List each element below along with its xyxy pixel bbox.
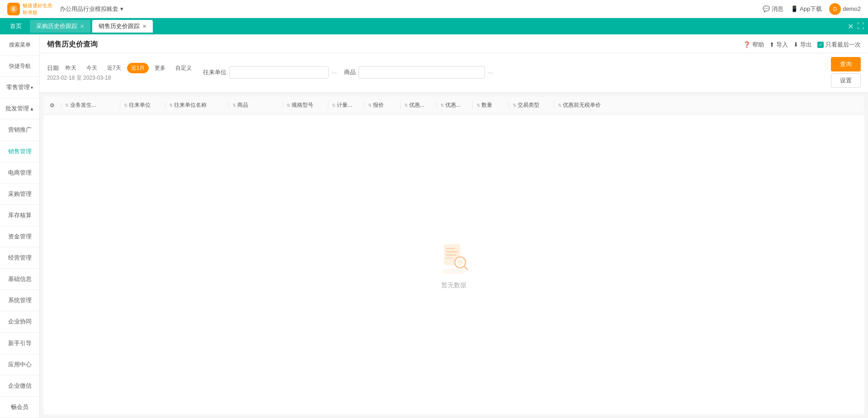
svg-rect-5 [446, 251, 458, 252]
th-measure[interactable]: ⇅ 计量... [328, 101, 364, 109]
svg-rect-4 [446, 248, 455, 249]
sidebar-item-system[interactable]: 系统管理 [0, 290, 39, 311]
date-btn-1month[interactable]: 近1月 [127, 63, 149, 73]
th-spec[interactable]: ⇅ 规格型号 [283, 101, 328, 109]
message-button[interactable]: 💬 消息 [763, 5, 783, 13]
svg-point-2 [441, 269, 467, 274]
logo-icon: 6 [7, 3, 20, 15]
sort-spec-icon: ⇅ [287, 103, 290, 108]
svg-rect-7 [446, 257, 453, 259]
th-unit-name[interactable]: ⇅ 往来单位名称 [165, 101, 229, 109]
sidebar-item-ecommerce[interactable]: 电商管理 [0, 162, 39, 184]
sort-qty-icon: ⇅ [476, 103, 480, 108]
th-unit-code[interactable]: ⇅ 往来单位 [120, 101, 165, 109]
export-button[interactable]: ⬇ 导出 [793, 41, 812, 49]
app-download-button[interactable]: 📱 App下载 [791, 5, 822, 13]
th-type[interactable]: ⇅ 交易类型 [509, 101, 554, 109]
settings-button[interactable]: 设置 [831, 73, 861, 88]
th-qty[interactable]: ⇅ 数量 [473, 101, 509, 109]
app-name: 办公用品行业模拟账套 [60, 5, 118, 13]
unit-filter-dots[interactable]: ··· [331, 69, 337, 76]
sidebar-item-search[interactable]: 搜索菜单 [0, 34, 39, 56]
date-btn-custom[interactable]: 自定义 [171, 63, 196, 73]
tab-purchase-history[interactable]: 采购历史价跟踪 ✕ [30, 20, 90, 33]
sidebar-item-inventory[interactable]: 库存核算 [0, 205, 39, 226]
th-settings[interactable]: ⚙ [43, 102, 61, 109]
tab-sales-history[interactable]: 销售历史价跟踪 ✕ [92, 20, 153, 33]
sidebar-item-purchase[interactable]: 采购管理 [0, 184, 39, 205]
maximize-icon[interactable]: ⛶ [857, 22, 864, 30]
sidebar-item-basic-info[interactable]: 基础信息 [0, 269, 39, 290]
help-button[interactable]: ❓ 帮助 [743, 41, 764, 49]
th-quote[interactable]: ⇅ 报价 [364, 101, 401, 109]
product-filter-label: 商品 [344, 68, 356, 76]
import-button[interactable]: ⬆ 导入 [769, 41, 788, 49]
table-body-empty: 暂无数据 [43, 114, 864, 414]
unit-filter-label: 往来单位 [203, 68, 226, 76]
sidebar-item-wholesale[interactable]: 批发管理 ▲ [0, 98, 39, 119]
sidebar-item-sales-mgmt[interactable]: 销售管理 [0, 141, 39, 162]
date-btn-today[interactable]: 今天 [82, 63, 101, 73]
close-purchase-tab-icon[interactable]: ✕ [80, 24, 84, 29]
date-filter-item: 日期 昨天 今天 近7天 近1月 更多 自定义 [47, 63, 196, 73]
tab-home[interactable]: 首页 [4, 20, 28, 33]
date-btn-yesterday[interactable]: 昨天 [61, 63, 80, 73]
message-icon: 💬 [763, 5, 770, 12]
svg-text:6: 6 [12, 7, 15, 12]
th-notax-price[interactable]: ⇅ 优惠前无税单价 [554, 101, 864, 109]
close-sales-tab-icon[interactable]: ✕ [142, 24, 146, 29]
date-btn-7days[interactable]: 近7天 [103, 63, 125, 73]
query-button[interactable]: 查询 [831, 57, 861, 71]
sidebar-item-retail[interactable]: 零售管理 ▾ [0, 77, 39, 98]
sort-measure-icon: ⇅ [332, 103, 335, 108]
avatar: D [829, 3, 841, 15]
chevron-down-icon: ▾ [120, 5, 123, 12]
th-discount1[interactable]: ⇅ 优惠... [401, 101, 437, 109]
sidebar-item-finance[interactable]: 资金管理 [0, 226, 39, 247]
sidebar-item-operations[interactable]: 经营管理 [0, 247, 39, 269]
tab-bar-right: ✕ ⛶ [848, 22, 864, 31]
sidebar-item-shortcut[interactable]: 快捷导航 [0, 56, 39, 77]
empty-text: 暂无数据 [441, 281, 467, 290]
help-icon: ❓ [743, 41, 750, 48]
page-header-actions: ❓ 帮助 ⬆ 导入 ⬇ 导出 ✓ 只看最后一次 [743, 41, 861, 49]
sidebar-item-marketing[interactable]: 营销推广 [0, 119, 39, 141]
sort-unit-name-icon: ⇅ [169, 103, 173, 108]
sort-discount2-icon: ⇅ [440, 103, 444, 108]
logo-text: 畅捷通好生意 标准版 [23, 2, 52, 15]
settings-gear-icon: ⚙ [50, 102, 55, 109]
sidebar-item-app-center[interactable]: 应用中心 [0, 354, 39, 375]
filter-bar: 日期 昨天 今天 近7天 近1月 更多 自定义 2023-02-18 至 202… [40, 53, 868, 93]
app-selector[interactable]: 办公用品行业模拟账套 ▾ [56, 3, 127, 15]
sort-unit-code-icon: ⇅ [124, 103, 127, 108]
export-icon: ⬇ [793, 41, 798, 48]
checkbox-checked-icon: ✓ [817, 42, 824, 48]
svg-line-10 [464, 266, 467, 270]
sidebar-item-member[interactable]: 畅会员 [0, 397, 39, 418]
sidebar-item-enterprise[interactable]: 企业协同 [0, 311, 39, 332]
unit-filter-input[interactable] [229, 66, 329, 79]
sidebar-item-wechat[interactable]: 企业微信 [0, 375, 39, 397]
th-discount2[interactable]: ⇅ 优惠... [437, 101, 473, 109]
th-product[interactable]: ⇅ 商品 [229, 101, 283, 109]
date-filter-section: 日期 昨天 今天 近7天 近1月 更多 自定义 2023-02-18 至 202… [47, 63, 196, 82]
product-filter-input[interactable] [359, 66, 485, 79]
svg-point-9 [457, 259, 463, 266]
page-header: 销售历史价查询 ❓ 帮助 ⬆ 导入 ⬇ 导出 ✓ 只看最后一次 [40, 34, 868, 53]
th-date[interactable]: ⇅ 业务发生... [61, 101, 120, 109]
sort-discount1-icon: ⇅ [404, 103, 408, 108]
date-btn-more[interactable]: 更多 [151, 63, 170, 73]
user-menu[interactable]: D demo2 [829, 3, 861, 15]
table-container: ⚙ ⇅ 业务发生... ⇅ 往来单位 ⇅ 往来单位名称 ⇅ 商品 [43, 96, 864, 414]
sort-product-icon: ⇅ [232, 103, 236, 108]
product-filter-dots[interactable]: ··· [488, 69, 493, 76]
sidebar-item-guide[interactable]: 新手引导 [0, 333, 39, 354]
close-all-tabs-icon[interactable]: ✕ [848, 22, 854, 31]
sidebar: 搜索菜单 快捷导航 零售管理 ▾ 批发管理 ▲ 营销推广 销售管理 电商管理 采… [0, 34, 40, 418]
main-layout: 搜索菜单 快捷导航 零售管理 ▾ 批发管理 ▲ 营销推广 销售管理 电商管理 采… [0, 34, 868, 418]
unit-filter-item: 往来单位 ··· [203, 66, 337, 79]
top-bar: 6 畅捷通好生意 标准版 办公用品行业模拟账套 ▾ 💬 消息 📱 App下载 D… [0, 0, 868, 18]
only-last-checkbox[interactable]: ✓ 只看最后一次 [817, 41, 861, 49]
top-bar-right: 💬 消息 📱 App下载 D demo2 [763, 3, 861, 15]
sort-date-icon: ⇅ [65, 103, 69, 108]
